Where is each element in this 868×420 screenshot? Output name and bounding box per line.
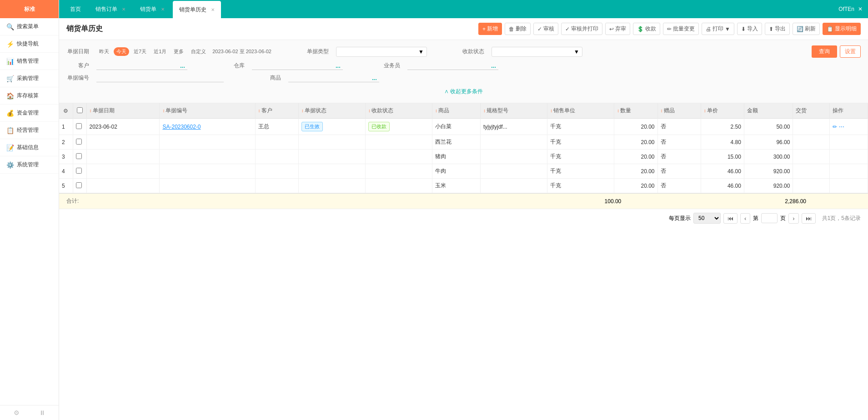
row-actions[interactable] <box>829 164 868 179</box>
row-doc-no[interactable] <box>160 179 255 193</box>
col-action: 操作 <box>829 103 868 119</box>
staff-ellipsis[interactable]: ... <box>489 62 498 69</box>
tab-sales-order[interactable]: 销售订单 ✕ <box>89 0 132 18</box>
date-today[interactable]: 今天 <box>114 47 129 56</box>
goods-ellipsis[interactable]: ... <box>370 75 379 81</box>
audit-print-button[interactable]: ✓ 审核并打印 <box>561 23 602 35</box>
first-page-btn[interactable]: ⏮ <box>723 213 738 224</box>
col-doc-no[interactable]: ↕单据编号 <box>160 103 255 119</box>
sidebar-item-inventory-calc[interactable]: 🏠 库存核算 <box>0 87 59 105</box>
col-doc-date[interactable]: ↕单据日期 <box>86 103 160 119</box>
last-page-btn[interactable]: ⏭ <box>802 213 816 224</box>
batch-change-button[interactable]: ✏ 批量变更 <box>663 23 699 35</box>
warehouse-ellipsis[interactable]: ... <box>334 62 342 69</box>
col-payment-status[interactable]: ↕收款状态 <box>365 103 432 119</box>
sidebar-item-search-menu[interactable]: 🔍 搜索菜单 <box>0 18 59 35</box>
warehouse-label: 仓库 <box>222 62 245 70</box>
row-checkbox-cell[interactable] <box>73 179 86 193</box>
add-button[interactable]: + 新增 <box>478 23 502 35</box>
row-actions[interactable] <box>829 179 868 193</box>
sidebar-item-purchase-mgmt[interactable]: 🛒 采购管理 <box>0 70 59 87</box>
export-button[interactable]: ⬆ 导出 <box>765 23 790 35</box>
row-doc-no[interactable] <box>160 135 255 150</box>
delete-button[interactable]: 🗑 删除 <box>505 23 531 35</box>
next-page-btn[interactable]: › <box>788 213 798 224</box>
doc-type-label: 单据类型 <box>306 48 329 55</box>
warehouse-input[interactable] <box>252 61 334 70</box>
sidebar-item-sys-mgmt[interactable]: ⚙️ 系统管理 <box>0 156 59 174</box>
sidebar-item-basic-info[interactable]: 📝 基础信息 <box>0 139 59 156</box>
row-checkbox[interactable] <box>76 182 82 188</box>
date-last1month[interactable]: 近1月 <box>151 47 169 56</box>
row-doc-date <box>86 179 160 193</box>
date-yesterday[interactable]: 昨天 <box>96 47 112 56</box>
row-sales-unit: 千克 <box>547 179 614 193</box>
print-button[interactable]: 🖨 打印 ▼ <box>702 23 734 35</box>
doc-no-link[interactable]: SA-20230602-0 <box>162 124 201 130</box>
page-input[interactable]: 1 <box>761 213 778 223</box>
customer-input[interactable] <box>96 61 178 70</box>
query-button[interactable]: 查询 <box>812 45 837 58</box>
row-checkbox[interactable] <box>76 123 82 129</box>
payment-status-select[interactable]: ▼ <box>492 47 582 57</box>
show-details-button[interactable]: 📋 显示明细 <box>823 23 861 35</box>
col-goods[interactable]: ↕商品 <box>432 103 481 119</box>
sidebar-collapse-icon[interactable]: ⏸ <box>39 409 45 416</box>
sidebar-item-fund-mgmt[interactable]: 💰 资金管理 <box>0 105 59 122</box>
sidebar-item-ops-mgmt[interactable]: 📋 经营管理 <box>0 122 59 139</box>
row-checkbox-cell[interactable] <box>73 119 86 135</box>
doc-no-input[interactable] <box>96 74 224 82</box>
col-doc-status[interactable]: ↕单据状态 <box>298 103 365 119</box>
doc-type-select[interactable]: ▼ <box>336 47 427 57</box>
goods-input[interactable] <box>288 74 370 82</box>
date-last7days[interactable]: 近7天 <box>131 47 149 56</box>
staff-input[interactable] <box>407 61 489 70</box>
row-checkbox[interactable] <box>76 139 82 145</box>
row-checkbox-cell[interactable] <box>73 150 86 164</box>
date-custom[interactable]: 自定义 <box>188 47 209 56</box>
refresh-button[interactable]: 🔄 刷新 <box>793 23 820 35</box>
row-checkbox-cell[interactable] <box>73 164 86 179</box>
row-doc-no[interactable] <box>160 150 255 164</box>
sidebar-item-sales-mgmt[interactable]: 📊 销售管理 <box>0 53 59 70</box>
sidebar-settings-icon[interactable]: ⚙ <box>14 409 20 416</box>
abandon-button[interactable]: ↩ 弃审 <box>605 23 630 35</box>
edit-action[interactable]: ✏ <box>833 124 837 130</box>
audit-button[interactable]: ✓ 审核 <box>533 23 558 35</box>
row-doc-no[interactable]: SA-20230602-0 <box>160 119 255 135</box>
row-transaction <box>793 119 829 135</box>
sidebar-item-quick-nav[interactable]: ⚡ 快捷导航 <box>0 35 59 53</box>
close-sales-goods-tab[interactable]: ✕ <box>161 7 165 12</box>
page-size-select[interactable]: 50 100 200 <box>693 213 721 224</box>
import-button[interactable]: ⬇ 导入 <box>737 23 762 35</box>
tab-home[interactable]: 首页 <box>64 0 87 18</box>
col-unit-price[interactable]: ↕单价 <box>701 103 744 119</box>
customer-ellipsis[interactable]: ... <box>178 62 187 69</box>
col-quantity[interactable]: ↕数量 <box>614 103 657 119</box>
row-checkbox-cell[interactable] <box>73 135 86 150</box>
col-customer[interactable]: ↕客户 <box>255 103 298 119</box>
row-doc-no[interactable] <box>160 164 255 179</box>
collect-button[interactable]: 💲 收款 <box>633 23 660 35</box>
more-action[interactable]: ⋯ <box>839 124 844 130</box>
close-sales-order-tab[interactable]: ✕ <box>122 7 125 12</box>
row-actions[interactable]: ✏⋯ <box>829 119 868 135</box>
close-sales-history-tab[interactable]: ✕ <box>211 7 215 12</box>
filter-settings-button[interactable]: 设置 <box>840 45 861 58</box>
col-checkbox[interactable] <box>73 103 86 119</box>
col-spec-type[interactable]: ↕规格型号 <box>481 103 547 119</box>
col-gift[interactable]: ↕赠品 <box>657 103 701 119</box>
col-settings[interactable]: ⚙ <box>59 103 73 119</box>
row-actions[interactable] <box>829 135 868 150</box>
tab-sales-goods[interactable]: 销货单 ✕ <box>134 0 171 18</box>
date-more[interactable]: 更多 <box>171 47 186 56</box>
close-window-btn[interactable]: ✕ <box>858 6 863 12</box>
tab-sales-history[interactable]: 销货单历史 ✕ <box>173 1 221 18</box>
row-checkbox[interactable] <box>76 168 82 174</box>
collapse-conditions[interactable]: ∧ 收起更多条件 <box>66 86 861 97</box>
col-sales-unit[interactable]: ↕销售单位 <box>547 103 614 119</box>
row-actions[interactable] <box>829 150 868 164</box>
row-checkbox[interactable] <box>76 153 82 159</box>
prev-page-btn[interactable]: ‹ <box>740 213 750 224</box>
select-all-checkbox[interactable] <box>77 107 83 113</box>
